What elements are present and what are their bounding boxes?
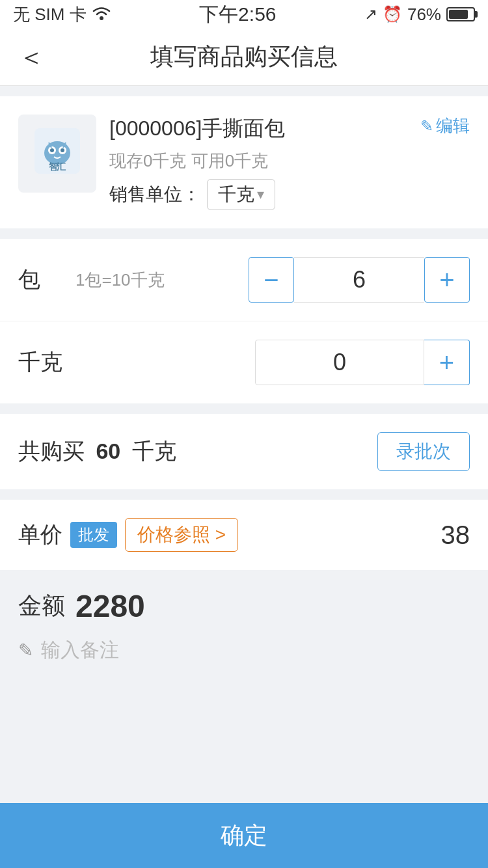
bag-plus-button[interactable]: + — [424, 257, 470, 303]
pencil-icon: ✎ — [18, 640, 33, 661]
price-ref-label: 价格参照 > — [137, 522, 226, 547]
status-right: ↗ ⏰ 76% — [364, 5, 475, 25]
bag-minus-button[interactable]: − — [249, 257, 294, 303]
price-tag: 批发 — [70, 522, 117, 548]
unit-label: 销售单位： — [109, 182, 200, 207]
status-left: 无 SIM 卡 — [13, 3, 111, 26]
edit-label: 编辑 — [436, 115, 470, 137]
remark-placeholder: 输入备注 — [41, 637, 119, 664]
summary-text1: 共购买 — [18, 439, 85, 463]
svg-text:智汇: 智汇 — [48, 161, 66, 172]
page-title: 填写商品购买信息 — [150, 41, 338, 73]
quantity-section: 包 1包=10千克 − + 千克 + — [0, 239, 488, 403]
kg-qty-input[interactable] — [255, 340, 424, 385]
kg-row: 千克 + — [0, 321, 488, 403]
svg-point-0 — [100, 16, 103, 20]
unit-dropdown[interactable]: 千克 ▾ — [207, 179, 275, 210]
product-stock: 现存0千克 可用0千克 — [109, 150, 470, 172]
unit-value: 千克 — [218, 182, 254, 207]
product-name: [0000006]手撕面包 — [109, 115, 470, 143]
product-unit-row: 销售单位： 千克 ▾ — [109, 179, 470, 210]
bag-label: 包 — [18, 265, 70, 295]
battery-icon — [446, 7, 475, 21]
product-info: [0000006]手撕面包 现存0千克 可用0千克 销售单位： 千克 ▾ — [109, 115, 470, 210]
remark-row[interactable]: ✎ 输入备注 — [18, 637, 470, 664]
battery-text: 76% — [407, 5, 441, 25]
summary-text2: 千克 — [132, 439, 176, 463]
amount-label: 金额 — [18, 590, 65, 622]
svg-point-6 — [61, 148, 64, 152]
chevron-down-icon: ▾ — [257, 186, 264, 203]
amount-row: 金额 2280 — [18, 588, 470, 624]
location-icon: ↗ — [364, 5, 377, 23]
price-left: 单价 批发 价格参照 > — [18, 518, 238, 552]
kg-qty-control: + — [255, 340, 470, 385]
price-value: 38 — [441, 521, 470, 550]
batch-button[interactable]: 录批次 — [377, 432, 470, 471]
kg-label: 千克 — [18, 347, 70, 377]
bag-qty-input[interactable] — [294, 257, 424, 303]
edit-button[interactable]: ✎ 编辑 — [420, 115, 470, 137]
confirm-button[interactable]: 确定 — [0, 803, 488, 868]
price-label: 单价 — [18, 520, 62, 550]
wifi-icon — [92, 5, 111, 25]
price-section: 单价 批发 价格参照 > 38 — [0, 500, 488, 570]
product-logo: 智汇 — [34, 128, 80, 180]
back-button[interactable]: ＜ — [18, 39, 44, 75]
nav-bar: ＜ 填写商品购买信息 — [0, 29, 488, 86]
bag-hint: 1包=10千克 — [75, 269, 249, 292]
amount-value: 2280 — [75, 588, 145, 624]
product-card: 智汇 [0000006]手撕面包 现存0千克 可用0千克 销售单位： 千克 ▾ … — [0, 96, 488, 228]
summary-text: 共购买 60 千克 — [18, 437, 176, 467]
product-thumbnail: 智汇 — [18, 115, 96, 193]
summary-row: 共购买 60 千克 录批次 — [0, 414, 488, 489]
amount-section: 金额 2280 ✎ 输入备注 — [0, 570, 488, 674]
status-time: 下午2:56 — [199, 1, 276, 28]
status-bar: 无 SIM 卡 下午2:56 ↗ ⏰ 76% — [0, 0, 488, 29]
edit-icon: ✎ — [420, 117, 433, 135]
alarm-icon: ⏰ — [383, 5, 402, 23]
price-ref-button[interactable]: 价格参照 > — [125, 518, 238, 552]
kg-plus-button[interactable]: + — [424, 340, 470, 385]
bag-qty-control: − + — [249, 257, 470, 303]
summary-amount: 60 — [96, 439, 120, 463]
bag-row: 包 1包=10千克 − + — [0, 239, 488, 321]
carrier-text: 无 SIM 卡 — [13, 3, 87, 26]
svg-point-5 — [50, 148, 54, 152]
price-row: 单价 批发 价格参照 > 38 — [18, 518, 470, 552]
